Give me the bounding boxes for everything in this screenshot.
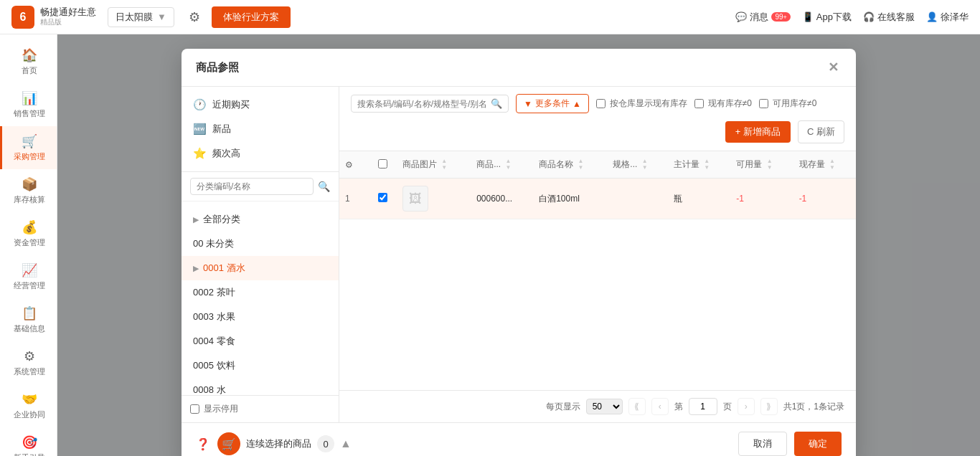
page-size-label: 每页显示 <box>546 401 580 413</box>
sidebar-item-operation[interactable]: 📈 经营管理 <box>0 255 57 298</box>
help-icon[interactable]: ❓ <box>196 437 210 451</box>
category-list: ▶ 全部分类 00 未分类 ▶ 0001 酒水 0002 茶 <box>182 201 339 395</box>
basic-icon: 📋 <box>22 305 37 321</box>
category-0005[interactable]: 0005 饮料 <box>182 353 339 378</box>
td-unit: 瓶 <box>668 179 730 219</box>
sidebar-label-inventory: 库存核算 <box>14 194 45 205</box>
sidebar-item-guide[interactable]: 🎯 新手引导 <box>0 427 57 456</box>
category-label: 00 未分类 <box>193 237 234 250</box>
logo-sub: 精品版 <box>40 17 96 27</box>
category-0004[interactable]: 0004 零食 <box>182 329 339 353</box>
messages-nav[interactable]: 💬 消息 99+ <box>735 11 790 24</box>
show-disabled-label: 显示停用 <box>204 403 238 415</box>
refresh-button[interactable]: C 刷新 <box>798 120 844 143</box>
td-row-num: 1 <box>339 179 368 219</box>
available-stock-checkbox[interactable] <box>694 99 704 108</box>
store-name: 日太阳膜 <box>116 11 153 24</box>
product-table-container: ⚙ 商品图片 ▲ ▼ <box>339 151 856 390</box>
main-content: 商品参照 ✕ 🕐 近期购买 🆕 <box>57 34 980 456</box>
category-label: 0003 水果 <box>193 310 235 323</box>
category-label: 0005 饮料 <box>193 359 235 372</box>
td-available: -1 <box>730 179 793 219</box>
usable-stock-checkbox[interactable] <box>759 99 768 108</box>
expand-icon: ▶ <box>193 264 199 273</box>
collapse-icon[interactable]: ▲ <box>340 437 352 450</box>
warehouse-checkbox[interactable] <box>596 99 606 108</box>
page-suffix: 页 <box>723 401 732 413</box>
row-checkbox[interactable] <box>378 193 387 202</box>
product-search-input[interactable] <box>357 99 486 109</box>
service-nav[interactable]: 🎧 在线客服 <box>863 11 915 24</box>
product-thumbnail: 🖼 <box>402 186 428 212</box>
category-0008[interactable]: 0008 水 <box>182 378 339 395</box>
trial-button[interactable]: 体验行业方案 <box>212 6 291 28</box>
confirm-button[interactable]: 确定 <box>794 432 842 456</box>
sidebar-label-home: 首页 <box>22 65 37 76</box>
sidebar-item-basic[interactable]: 📋 基础信息 <box>0 298 57 341</box>
new-product-label: 新品 <box>212 123 231 136</box>
th-stock: 现存量 ▲ ▼ <box>793 151 856 179</box>
modal-close-button[interactable]: ✕ <box>824 59 842 76</box>
page-size-select[interactable]: 50 10 20 100 <box>586 399 623 414</box>
cancel-button[interactable]: 取消 <box>738 432 787 456</box>
category-search-input[interactable] <box>190 178 314 195</box>
category-0001[interactable]: ▶ 0001 酒水 <box>182 256 339 280</box>
headset-icon: 🎧 <box>863 11 875 22</box>
modal-footer: ❓ 🛒 连续选择的商品 0 ▲ 取消 确定 <box>182 422 856 456</box>
sidebar-item-sales[interactable]: 📊 销售管理 <box>0 83 57 126</box>
sidebar-item-inventory[interactable]: 📦 库存核算 <box>0 169 57 212</box>
cart-icon: 🛒 <box>217 432 240 455</box>
logo-text: 畅捷通好生意 <box>40 6 96 18</box>
first-page-button[interactable]: ⟪ <box>628 398 646 415</box>
product-search-icon[interactable]: 🔍 <box>491 98 502 109</box>
sidebar-item-purchase[interactable]: 🛒 采购管理 <box>0 126 57 169</box>
sidebar-label-basic: 基础信息 <box>14 323 45 334</box>
sidebar-item-system[interactable]: ⚙ 系统管理 <box>0 341 57 384</box>
modal-body: 🕐 近期购买 🆕 新品 ⭐ 频次高 <box>182 87 856 422</box>
toolbar: 🔍 ▼ 更多条件 ▲ 按仓库显示现有库存 <box>339 87 856 151</box>
next-page-button[interactable]: › <box>738 398 755 415</box>
star-icon: ⭐ <box>193 147 207 160</box>
high-frequency-nav[interactable]: ⭐ 频次高 <box>182 141 339 166</box>
user-name: 徐泽华 <box>941 11 969 24</box>
category-0003[interactable]: 0003 水果 <box>182 305 339 329</box>
category-00[interactable]: 00 未分类 <box>182 232 339 256</box>
last-page-button[interactable]: ⟫ <box>760 398 778 415</box>
store-selector[interactable]: 日太阳膜 ▼ <box>108 7 174 27</box>
recent-purchase-nav[interactable]: 🕐 近期购买 <box>182 92 339 117</box>
td-name: 白酒100ml <box>533 179 607 219</box>
th-available: 可用量 ▲ ▼ <box>730 151 793 179</box>
sidebar-item-collab[interactable]: 🤝 企业协同 <box>0 384 57 427</box>
sidebar-label-system: 系统管理 <box>14 366 45 377</box>
category-search-icon[interactable]: 🔍 <box>318 181 330 192</box>
user-avatar[interactable]: 👤 徐泽华 <box>926 11 969 24</box>
new-product-nav[interactable]: 🆕 新品 <box>182 117 339 141</box>
avatar-icon: 👤 <box>926 11 938 22</box>
logo-icon: 6 <box>11 6 34 29</box>
category-all[interactable]: ▶ 全部分类 <box>182 207 339 232</box>
expand-icon: ▶ <box>193 215 199 224</box>
more-filters-button[interactable]: ▼ 更多条件 ▲ <box>516 94 589 113</box>
warehouse-checkbox-group: 按仓库显示现有库存 <box>596 98 687 110</box>
sidebar-item-finance[interactable]: 💰 资金管理 <box>0 212 57 255</box>
page-label: 第 <box>674 401 683 413</box>
app-label: App下载 <box>816 11 852 24</box>
available-stock-label: 现有库存≠0 <box>708 98 752 110</box>
select-all-checkbox[interactable] <box>378 159 387 168</box>
prev-page-button[interactable]: ‹ <box>651 398 669 415</box>
add-product-button[interactable]: + 新增商品 <box>725 121 791 143</box>
table-row[interactable]: 1 🖼 000600... 白酒100ml <box>339 179 856 219</box>
page-number-input[interactable] <box>689 398 717 415</box>
th-code: 商品... ▲ ▼ <box>471 151 533 179</box>
sort-icons: ▲ ▼ <box>578 158 584 171</box>
settings-icon[interactable]: ⚙ <box>183 6 206 29</box>
home-icon: 🏠 <box>22 47 37 63</box>
filter-icon: ▼ <box>524 99 532 109</box>
recent-purchase-label: 近期购买 <box>212 98 250 111</box>
category-0002[interactable]: 0002 茶叶 <box>182 280 339 305</box>
app-download-nav[interactable]: 📱 App下载 <box>802 11 852 24</box>
sidebar-item-home[interactable]: 🏠 首页 <box>0 40 57 83</box>
th-settings: ⚙ <box>339 151 368 179</box>
show-disabled-checkbox[interactable] <box>190 404 199 414</box>
sort-icons: ▲ ▼ <box>829 158 835 171</box>
